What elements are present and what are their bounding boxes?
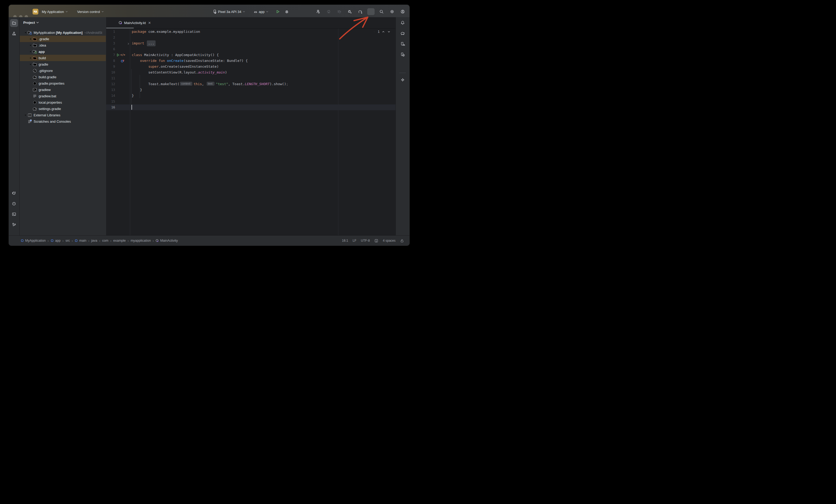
code-line-6[interactable]: 6 [106,46,396,52]
code-line-9[interactable]: 9 super.onCreate(savedInstanceState) [106,64,396,70]
code-line-16[interactable]: 16 [106,104,396,110]
code-line-11[interactable]: 11 [106,75,396,81]
code-line-7[interactable]: 7</>class MainActivity : AppCompatActivi… [106,52,396,58]
breadcrumb-main[interactable]: main [75,239,86,243]
project-tool-button[interactable] [10,19,18,27]
tree-item-external-libraries[interactable]: External Libraries [20,112,106,118]
indent-style[interactable]: 4 spaces [383,239,396,243]
chevron-right-icon[interactable] [28,50,33,53]
build-button[interactable] [314,8,322,15]
device-selector[interactable]: Pixel 3a API 34 [211,8,248,15]
previous-problem-icon[interactable] [381,30,385,34]
run-line-icon[interactable] [116,53,120,57]
resource-manager-button[interactable] [10,30,18,38]
tree-item-gradlew[interactable]: gradlew [20,86,106,93]
tree-item-build-gradle[interactable]: build.gradle [20,74,106,80]
breadcrumb-src[interactable]: src [65,239,70,243]
settings-button[interactable] [388,8,396,15]
tree-item-app[interactable]: app [20,49,106,55]
read-write-lock-icon[interactable] [400,239,404,243]
code-line-8[interactable]: 8 override fun onCreate(savedInstanceSta… [106,58,396,64]
chevron-right-icon[interactable] [28,37,33,41]
problems-button[interactable] [10,200,18,208]
module_root-icon [27,31,32,35]
tree-item-myapplication[interactable]: MyApplication [My Application]~/AndroidS… [20,30,106,36]
attach-debugger-button[interactable] [346,8,354,15]
chevron-right-icon[interactable] [28,44,33,47]
tree-item-build[interactable]: build [20,55,106,61]
chevron-right-icon[interactable] [28,56,33,60]
breadcrumb-example[interactable]: example [113,239,126,243]
code-line-1[interactable]: 1package com.example.myapplication [106,29,396,35]
code-line-2[interactable]: 2 [106,35,396,40]
caret-position[interactable]: 16:1 [342,239,348,243]
tree-item-local-properties[interactable]: local.properties [20,99,106,105]
code-line-13[interactable]: 13 } [106,87,396,93]
code-line-10[interactable]: 10 setContentView(R.layout.activity_main… [106,70,396,75]
chevron-right-icon[interactable] [23,113,27,117]
plugin-tool-button[interactable] [399,61,406,69]
more-tool-windows-button[interactable] [10,40,18,48]
code-line-3[interactable]: 3import ... [106,40,396,46]
close-tab-icon[interactable]: ✕ [148,21,151,25]
tree-item-settings-gradle[interactable]: settings.gradle [20,105,106,112]
breadcrumb-app[interactable]: app [51,239,61,243]
code-line-12[interactable]: 12 Toast.makeText(context:this, text:"te… [106,81,396,87]
tree-item--gradle[interactable]: .gradle [20,36,106,42]
chevron-right-icon[interactable] [28,63,33,66]
logcat-button[interactable] [10,189,18,197]
chevron-down-icon[interactable] [36,20,39,25]
run-config-label: app [259,10,265,14]
tab-mainactivity[interactable]: MainActivity.kt ✕ [116,17,154,28]
related-xml-icon[interactable]: </> [120,52,125,58]
profile-button[interactable] [399,8,406,15]
structure-icon [12,32,16,36]
debug-button[interactable] [283,8,290,15]
line-number: 7 [106,52,115,58]
editor-options-icon[interactable] [388,19,393,23]
breadcrumb-mainactivity[interactable]: MainActivity [155,239,178,243]
version-control-button[interactable] [10,221,18,229]
code-line-15[interactable]: 15 [106,99,396,104]
run-button[interactable] [274,8,282,15]
gemini-button[interactable] [399,76,406,84]
project-menu[interactable]: My Application [40,9,70,15]
tree-item-gradle[interactable]: gradle [20,61,106,67]
file-encoding[interactable]: UTF-8 [361,239,370,243]
desktop-background: MA My Application Version control Pixel … [0,0,418,252]
plugin-bottom-button[interactable] [399,220,406,228]
notifications-button[interactable] [399,19,406,27]
chevron-down-icon[interactable] [23,31,27,34]
tree-item--gitignore[interactable]: .gitignore [20,67,106,74]
plugin-button[interactable] [367,8,375,15]
hammer-icon [316,9,320,14]
line-separator[interactable]: LF [353,239,356,243]
sync-gradle-button[interactable] [357,8,364,15]
code-line-14[interactable]: 14} [106,93,396,99]
line-number: 6 [106,46,115,52]
kebab-menu-icon [294,9,298,14]
breadcrumb-myapplication[interactable]: myapplication [131,239,151,243]
horizontal-scrollbar-thumb[interactable] [106,27,134,28]
line-number: 3 [106,40,115,46]
overrides-method-icon[interactable] [120,59,125,63]
vcs-menu[interactable]: Version control [75,9,106,15]
device-manager-button[interactable] [399,40,406,48]
code-area[interactable]: 1package com.example.myapplication23impo… [106,28,396,236]
next-problem-icon[interactable] [387,30,391,34]
inspections-widget[interactable]: 1 [372,30,391,34]
breadcrumb-com[interactable]: com [102,239,109,243]
terminal-button[interactable] [10,210,18,218]
tree-item--idea[interactable]: .idea [20,42,106,49]
breadcrumb-java[interactable]: java [91,239,97,243]
gradle-button[interactable] [399,30,406,37]
search-everywhere-button[interactable] [378,8,385,15]
tree-item-gradlew-bat[interactable]: gradlew.bat [20,93,106,99]
tree-item-gradle-properties[interactable]: gradle.properties [20,80,106,86]
run-config-selector[interactable]: app [251,8,271,15]
tree-item-scratches-and-consoles[interactable]: Scratches and Consoles [20,118,106,124]
running-devices-button[interactable] [399,51,406,58]
more-run-options-button[interactable] [292,8,300,15]
breadcrumb-myapplication[interactable]: MyApplication [21,239,46,243]
highlighting-level-icon[interactable] [374,239,378,243]
